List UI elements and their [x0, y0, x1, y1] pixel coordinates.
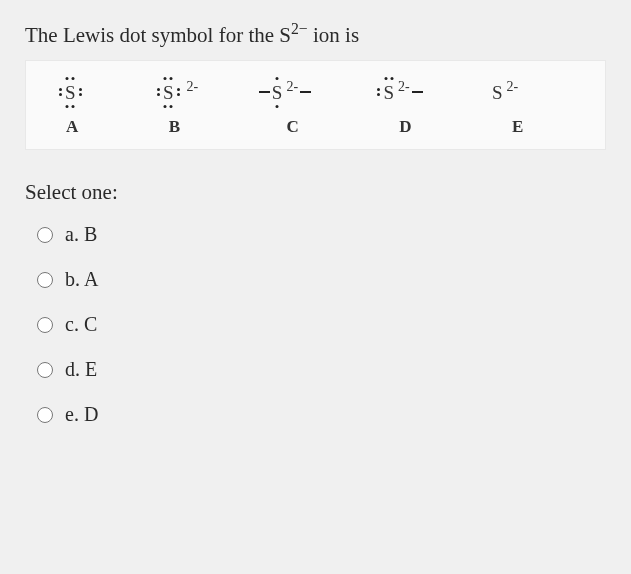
question-suffix: ion is — [308, 23, 359, 47]
charge-label: 2- — [187, 79, 199, 95]
charge-label: 2- — [507, 79, 519, 95]
option-label-A: A — [66, 117, 78, 137]
option-label-B: B — [169, 117, 180, 137]
element-symbol: S — [383, 83, 394, 102]
lewis-options-row: S S 2- S 2- — [41, 71, 590, 113]
lewis-option-E: S 2- — [492, 83, 590, 102]
radio-a[interactable] — [37, 227, 53, 243]
question-text: The Lewis dot symbol for the S2− ion is — [25, 20, 606, 48]
charge-label: 2- — [398, 79, 410, 95]
answer-label: d. E — [65, 358, 97, 381]
select-prompt: Select one: — [25, 180, 606, 205]
dots-top-icon — [384, 77, 393, 80]
radio-b[interactable] — [37, 272, 53, 288]
option-label-E: E — [512, 117, 523, 137]
lewis-option-C: S 2- — [257, 83, 375, 102]
radio-e[interactable] — [37, 407, 53, 423]
answer-label: b. A — [65, 268, 98, 291]
option-label-C: C — [287, 117, 299, 137]
element-symbol: S — [272, 83, 283, 102]
answer-option-b[interactable]: b. A — [37, 268, 606, 291]
element-symbol: S — [492, 83, 503, 102]
lewis-labels-row: A B C D E — [41, 113, 590, 141]
dots-right-icon — [177, 88, 180, 96]
element-symbol: S — [163, 83, 174, 102]
answer-option-a[interactable]: a. B — [37, 223, 606, 246]
radio-c[interactable] — [37, 317, 53, 333]
dots-top-icon — [164, 77, 173, 80]
dots-top-icon — [276, 77, 279, 80]
charge-label: 2- — [286, 79, 298, 95]
option-label-D: D — [399, 117, 411, 137]
question-superscript: 2− — [291, 20, 308, 37]
answer-label: a. B — [65, 223, 97, 246]
lewis-options-box: S S 2- S 2- — [25, 60, 606, 150]
answer-option-e[interactable]: e. D — [37, 403, 606, 426]
lewis-option-D: S 2- — [374, 83, 492, 102]
dash-right-icon — [412, 91, 423, 93]
dots-top-icon — [66, 77, 75, 80]
dots-bottom-icon — [276, 105, 279, 108]
dots-right-icon — [79, 88, 82, 96]
dots-bottom-icon — [164, 105, 173, 108]
answer-label: e. D — [65, 403, 98, 426]
dots-left-icon — [157, 88, 160, 96]
dash-left-icon — [259, 91, 270, 93]
question-prefix: The Lewis dot symbol for the S — [25, 23, 291, 47]
answer-option-c[interactable]: c. C — [37, 313, 606, 336]
lewis-option-A: S — [41, 83, 154, 102]
dots-left-icon — [59, 88, 62, 96]
lewis-option-B: S 2- — [154, 83, 257, 102]
dots-left-icon — [377, 88, 380, 96]
answer-label: c. C — [65, 313, 97, 336]
answer-option-d[interactable]: d. E — [37, 358, 606, 381]
answers-list: a. B b. A c. C d. E e. D — [25, 223, 606, 426]
element-symbol: S — [65, 83, 76, 102]
dots-bottom-icon — [66, 105, 75, 108]
radio-d[interactable] — [37, 362, 53, 378]
dash-right-icon — [300, 91, 311, 93]
